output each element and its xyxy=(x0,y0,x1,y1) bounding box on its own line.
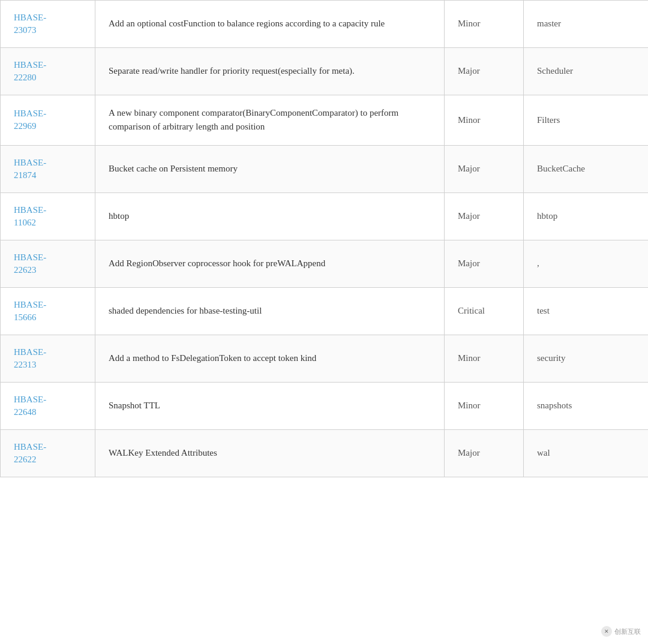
cell-summary: Add an optional costFunction to balance … xyxy=(95,1,445,48)
cell-priority: Major xyxy=(445,429,524,477)
cell-priority: Critical xyxy=(445,287,524,335)
issue-link[interactable]: HBASE-22313 xyxy=(14,346,82,371)
cell-component: BucketCache xyxy=(524,145,649,192)
watermark: ✕ 创新互联 xyxy=(601,626,641,637)
cell-priority: Major xyxy=(445,145,524,192)
cell-component: Scheduler xyxy=(524,48,649,95)
cell-component: master xyxy=(524,1,649,48)
cell-issue-id[interactable]: HBASE-22280 xyxy=(1,48,95,95)
issue-link[interactable]: HBASE-22969 xyxy=(14,107,82,133)
cell-summary: hbtop xyxy=(95,192,445,240)
cell-issue-id[interactable]: HBASE-23073 xyxy=(1,1,95,48)
cell-priority: Minor xyxy=(445,382,524,429)
table-row: HBASE-11062hbtopMajorhbtop xyxy=(1,192,649,240)
cell-priority: Major xyxy=(445,192,524,240)
table-row: HBASE-22969A new binary component compar… xyxy=(1,95,649,146)
table-row: HBASE-22623Add RegionObserver coprocesso… xyxy=(1,240,649,287)
cell-summary: Bucket cache on Persistent memory xyxy=(95,145,445,192)
cell-component: test xyxy=(524,287,649,335)
table-row: HBASE-23073Add an optional costFunction … xyxy=(1,1,649,48)
cell-priority: Minor xyxy=(445,95,524,146)
issue-link[interactable]: HBASE-22623 xyxy=(14,251,82,276)
cell-issue-id[interactable]: HBASE-22648 xyxy=(1,382,95,429)
issue-link[interactable]: HBASE-23073 xyxy=(14,11,82,37)
cell-summary: Add RegionObserver coprocessor hook for … xyxy=(95,240,445,287)
issue-link[interactable]: HBASE-11062 xyxy=(14,204,82,229)
table-row: HBASE-22313Add a method to FsDelegationT… xyxy=(1,335,649,382)
main-container: HBASE-23073Add an optional costFunction … xyxy=(0,0,648,644)
table-row: HBASE-15666shaded dependencies for hbase… xyxy=(1,287,649,335)
cell-component: wal xyxy=(524,429,649,477)
table-row: HBASE-22648Snapshot TTLMinorsnapshots xyxy=(1,382,649,429)
cell-summary: shaded dependencies for hbase-testing-ut… xyxy=(95,287,445,335)
cell-component: Filters xyxy=(524,95,649,146)
issues-table: HBASE-23073Add an optional costFunction … xyxy=(0,0,648,477)
issue-link[interactable]: HBASE-15666 xyxy=(14,299,82,324)
cell-issue-id[interactable]: HBASE-22623 xyxy=(1,240,95,287)
cell-component: hbtop xyxy=(524,192,649,240)
issue-link[interactable]: HBASE-22280 xyxy=(14,59,82,84)
cell-issue-id[interactable]: HBASE-15666 xyxy=(1,287,95,335)
cell-summary: Separate read/write handler for priority… xyxy=(95,48,445,95)
cell-issue-id[interactable]: HBASE-22622 xyxy=(1,429,95,477)
cell-issue-id[interactable]: HBASE-22313 xyxy=(1,335,95,382)
issue-link[interactable]: HBASE-22648 xyxy=(14,393,82,419)
cell-component: , xyxy=(524,240,649,287)
cell-summary: Add a method to FsDelegationToken to acc… xyxy=(95,335,445,382)
cell-priority: Major xyxy=(445,48,524,95)
cell-summary: Snapshot TTL xyxy=(95,382,445,429)
watermark-text: 创新互联 xyxy=(614,627,641,636)
table-row: HBASE-21874Bucket cache on Persistent me… xyxy=(1,145,649,192)
cell-component: security xyxy=(524,335,649,382)
issue-link[interactable]: HBASE-22622 xyxy=(14,441,82,466)
cell-summary: A new binary component comparator(Binary… xyxy=(95,95,445,146)
cell-issue-id[interactable]: HBASE-21874 xyxy=(1,145,95,192)
cell-summary: WALKey Extended Attributes xyxy=(95,429,445,477)
table-row: HBASE-22622WALKey Extended AttributesMaj… xyxy=(1,429,649,477)
watermark-icon: ✕ xyxy=(601,626,612,637)
cell-issue-id[interactable]: HBASE-11062 xyxy=(1,192,95,240)
table-row: HBASE-22280Separate read/write handler f… xyxy=(1,48,649,95)
cell-priority: Major xyxy=(445,240,524,287)
issue-link[interactable]: HBASE-21874 xyxy=(14,157,82,182)
cell-priority: Minor xyxy=(445,335,524,382)
cell-issue-id[interactable]: HBASE-22969 xyxy=(1,95,95,146)
cell-component: snapshots xyxy=(524,382,649,429)
cell-priority: Minor xyxy=(445,1,524,48)
